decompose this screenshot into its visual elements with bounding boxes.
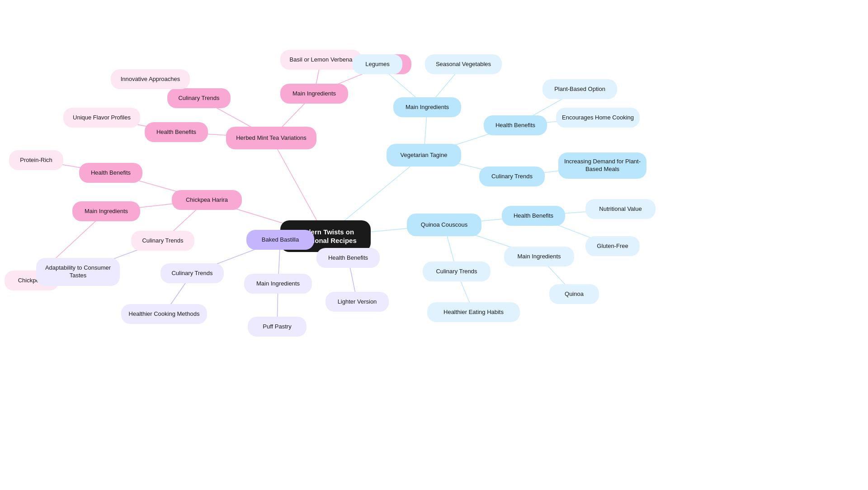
node-healthier-eating: Healthier Eating Habits bbox=[427, 302, 520, 322]
node-health-benefits-purple: Health Benefits bbox=[316, 248, 380, 268]
node-puff-pastry: Puff Pastry bbox=[248, 317, 307, 337]
node-chickpea-harira: Chickpea Harira bbox=[172, 190, 242, 210]
node-encourages-home: Encourages Home Cooking bbox=[556, 108, 640, 128]
node-main-ingredients-blue2: Main Ingredients bbox=[504, 247, 574, 266]
node-nutritional-value: Nutritional Value bbox=[585, 199, 656, 219]
node-culinary-trends-blue2: Culinary Trends bbox=[423, 262, 491, 281]
node-lighter-version: Lighter Version bbox=[326, 292, 389, 312]
node-basil-lemon: Basil or Lemon Verbena bbox=[280, 50, 362, 70]
node-protein-rich: Protein-Rich bbox=[9, 150, 63, 170]
node-health-benefits-blue2: Health Benefits bbox=[502, 206, 565, 226]
node-plant-based-option: Plant-Based Option bbox=[542, 79, 617, 99]
node-culinary-trends-purple: Culinary Trends bbox=[160, 263, 224, 283]
node-herbed-mint-tea: Herbed Mint Tea Variations bbox=[226, 127, 316, 149]
node-main-ingredients-pink2: Main Ingredients bbox=[72, 201, 140, 221]
node-vegetarian-tagine: Vegetarian Tagine bbox=[387, 144, 461, 167]
node-health-benefits-pink2: Health Benefits bbox=[79, 163, 142, 183]
node-health-benefits-pink: Health Benefits bbox=[145, 122, 208, 142]
node-gluten-free: Gluten-Free bbox=[585, 236, 640, 256]
node-innovative-approaches: Innovative Approaches bbox=[111, 69, 190, 89]
node-seasonal-veg: Seasonal Vegetables bbox=[425, 54, 502, 74]
node-quinoa-node: Quinoa bbox=[549, 284, 599, 304]
node-main-ingredients-purple: Main Ingredients bbox=[244, 274, 312, 294]
node-healthier-cooking: Healthier Cooking Methods bbox=[121, 304, 207, 324]
node-legumes: Legumes bbox=[353, 54, 402, 74]
node-culinary-trends-pink: Culinary Trends bbox=[167, 88, 231, 108]
node-quinoa-couscous: Quinoa Couscous bbox=[407, 214, 481, 236]
node-baked-bastilla: Baked Bastilla bbox=[246, 230, 314, 250]
node-culinary-trends-blue: Culinary Trends bbox=[479, 167, 545, 186]
node-increasing-demand: Increasing Demand for Plant-Based Meals bbox=[558, 152, 646, 179]
node-main-ingredients-pink: Main Ingredients bbox=[280, 84, 348, 104]
node-culinary-trends-pink2: Culinary Trends bbox=[131, 231, 194, 251]
node-health-benefits-blue: Health Benefits bbox=[484, 115, 547, 135]
node-adaptability: Adaptability to Consumer Tastes bbox=[36, 258, 120, 286]
node-unique-flavor: Unique Flavor Profiles bbox=[63, 108, 140, 128]
node-main-ingredients-blue: Main Ingredients bbox=[393, 97, 461, 117]
